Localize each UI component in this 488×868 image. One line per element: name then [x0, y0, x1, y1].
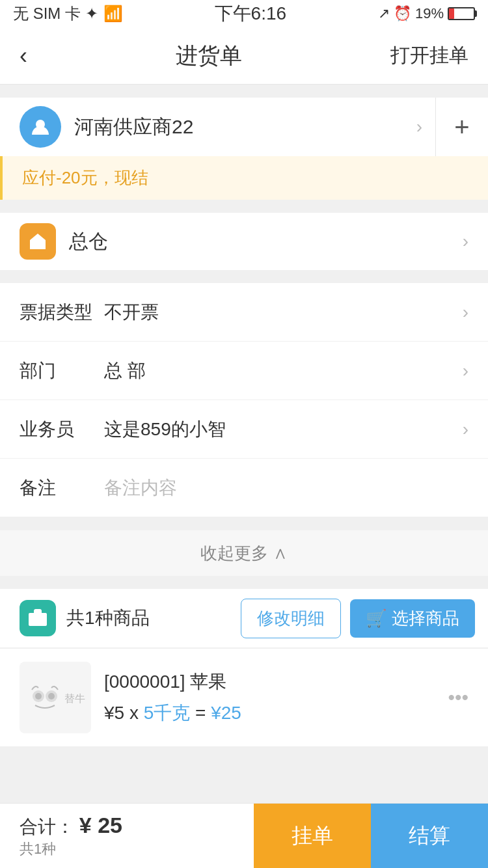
product-name: [0000001] 苹果 — [104, 670, 441, 694]
page-title: 进货单 — [176, 41, 242, 71]
department-chevron-icon: › — [463, 360, 468, 381]
products-icon — [20, 600, 56, 636]
status-right: ↗ ⏰ 19% — [378, 5, 475, 22]
nav-bar: ‹ 进货单 打开挂单 — [0, 27, 488, 85]
remark-label: 备注 — [20, 476, 104, 500]
multiply-sign: x — [129, 703, 144, 723]
product-price: ¥5 x 5千克 = ¥25 — [104, 701, 441, 726]
warehouse-row[interactable]: 总仓 › — [0, 213, 488, 270]
product-total: ¥25 — [211, 703, 241, 723]
bottom-summary: 合计： ¥ 25 共1种 — [0, 804, 254, 868]
salesperson-chevron-icon: › — [463, 419, 468, 440]
status-time: 下午6:16 — [215, 1, 287, 26]
invoice-type-label: 票据类型 — [20, 300, 104, 325]
battery-percent: 19% — [415, 5, 444, 22]
item-count: 共1种 — [20, 839, 234, 859]
svg-point-8 — [48, 693, 55, 699]
collapse-label: 收起更多 ∧ — [200, 542, 287, 565]
warehouse-name: 总仓 — [69, 228, 463, 255]
products-count-label: 共1种商品 — [66, 606, 241, 631]
product-more-button[interactable]: ••• — [441, 680, 475, 715]
supplier-chevron-icon: › — [416, 116, 422, 137]
invoice-type-chevron-icon: › — [463, 302, 468, 323]
open-hang-button[interactable]: 打开挂单 — [390, 42, 468, 69]
supplier-section: 河南供应商22 › + — [0, 98, 488, 156]
battery-icon — [448, 7, 475, 20]
product-info: [0000001] 苹果 ¥5 x 5千克 = ¥25 — [104, 670, 441, 726]
add-supplier-button[interactable]: + — [436, 98, 488, 156]
total-amount: 合计： ¥ 25 — [20, 813, 234, 839]
product-unit-price: ¥5 — [104, 703, 124, 723]
warehouse-chevron-icon: › — [463, 231, 468, 252]
remark-row[interactable]: 备注 备注内容 — [0, 459, 488, 517]
cart-icon: 🛒 — [366, 608, 386, 629]
sim-label: 无 SIM 卡 ✦ — [13, 3, 98, 24]
back-button[interactable]: ‹ — [20, 42, 27, 70]
hang-order-button[interactable]: 挂单 — [254, 804, 371, 868]
collapse-row[interactable]: 收起更多 ∧ — [0, 530, 488, 576]
products-header: 共1种商品 修改明细 🛒 选择商品 — [0, 589, 488, 647]
wifi-icon: 📶 — [103, 5, 123, 23]
total-label: 合计： — [20, 817, 74, 837]
warehouse-icon — [20, 223, 56, 260]
bottom-bar: 合计： ¥ 25 共1种 挂单 结算 — [0, 803, 488, 868]
product-quantity: 5千克 — [144, 703, 191, 723]
svg-point-7 — [35, 693, 42, 699]
alarm-icon: ⏰ — [394, 5, 411, 22]
status-bar: 无 SIM 卡 ✦ 📶 下午6:16 ↗ ⏰ 19% — [0, 0, 488, 27]
product-thumbnail: 替牛 — [20, 662, 91, 733]
equals-sign: = — [195, 703, 211, 723]
department-value: 总 部 — [104, 359, 463, 383]
location-icon: ↗ — [378, 5, 390, 22]
supplier-selector[interactable]: 河南供应商22 › — [0, 98, 436, 156]
department-row[interactable]: 部门 总 部 › — [0, 342, 488, 400]
supplier-name: 河南供应商22 — [74, 114, 416, 141]
warehouse-section: 总仓 › — [0, 213, 488, 270]
invoice-type-row[interactable]: 票据类型 不开票 › — [0, 283, 488, 342]
remark-input[interactable]: 备注内容 — [104, 476, 468, 500]
invoice-type-value: 不开票 — [104, 300, 463, 325]
svg-rect-1 — [34, 243, 42, 249]
supplier-avatar — [20, 106, 61, 148]
notice-bar: 应付-20元，现结 — [0, 156, 488, 200]
status-left: 无 SIM 卡 ✦ 📶 — [13, 3, 123, 24]
total-value: ¥ 25 — [79, 813, 122, 837]
salesperson-value: 这是859的小智 — [104, 417, 463, 442]
salesperson-row[interactable]: 业务员 这是859的小智 › — [0, 400, 488, 459]
salesperson-label: 业务员 — [20, 417, 104, 442]
department-label: 部门 — [20, 359, 104, 383]
select-product-button[interactable]: 🛒 选择商品 — [350, 599, 475, 638]
edit-detail-button[interactable]: 修改明细 — [241, 599, 341, 638]
form-section: 票据类型 不开票 › 部门 总 部 › 业务员 这是859的小智 › 备注 备注… — [0, 283, 488, 517]
checkout-button[interactable]: 结算 — [371, 804, 488, 868]
select-product-label: 选择商品 — [392, 607, 459, 630]
product-item: 替牛 [0000001] 苹果 ¥5 x 5千克 = ¥25 ••• — [0, 649, 488, 746]
